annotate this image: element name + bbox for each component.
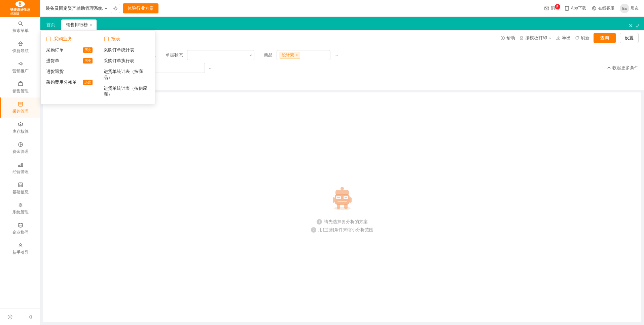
logo-icon: 6 [15,1,25,7]
dropdown-item-po-exec[interactable]: 采购订单执行表 [98,55,155,66]
print-btn[interactable]: 按模板打印 [519,35,552,41]
empty-illustration [325,180,359,213]
svg-point-16 [115,7,116,9]
finance-icon [17,141,24,148]
sidebar-item-base-info[interactable]: 基础信息 [0,178,40,198]
tabbar: 首页 销售排行榜 × ✕ ⤢ [40,17,644,30]
svg-point-13 [20,244,22,246]
purchase-col: 采购业务 采购订单 历史 进货单 历史 进货退货 采购费用分摊单 历史 [41,31,98,104]
sidebar-item-system[interactable]: 系统管理 [0,198,40,218]
sidebar-item-operations[interactable]: 经营管理 [0,158,40,178]
history-tag: 历史 [83,58,93,64]
system-title: 装备及固定资产辅助管理系统 [46,5,103,11]
sidebar-item-inventory[interactable]: 库存核算 [0,118,40,138]
tab-close-btn[interactable]: × [90,23,92,27]
history-tag: 历史 [83,47,93,53]
svg-rect-2 [19,44,22,46]
svg-rect-23 [521,39,522,39]
topbar-right: 消息 5 App下载 在线客服 Ea 用友 [544,4,639,13]
tab-close-all-btn[interactable]: ✕ [629,23,633,29]
inventory-icon [17,121,24,128]
sidebar-item-finance[interactable]: 资金管理 [0,138,40,158]
user-avatar[interactable]: Ea 用友 [620,4,639,13]
export-btn[interactable]: 导出 [556,35,571,41]
collapse-sidebar-btn[interactable] [25,312,35,322]
empty-tip-1: 1 请先选择要分析的方案 [317,219,368,225]
setting-btn[interactable]: 设置 [620,33,639,43]
query-btn[interactable]: 查询 [594,33,616,43]
goods-tag-close[interactable]: × [295,53,298,57]
svg-rect-7 [20,164,21,167]
dropdown-menu: 采购业务 采购订单 历史 进货单 历史 进货退货 采购费用分摊单 历史 报表 采… [40,30,155,104]
newbie-icon [17,242,24,249]
dropdown-item-purchase-order[interactable]: 采购订单 历史 [41,45,98,55]
svg-point-14 [9,316,11,318]
svg-point-21 [503,39,503,39]
sidebar-item-enterprise[interactable]: 企业协同 [0,218,40,239]
operations-icon [17,161,24,168]
doc-status-label: 单据状态 [166,52,183,58]
report-col: 报表 采购订单统计表 采购订单执行表 进货单统计表（按商品） 进货单统计表（按供… [98,31,155,104]
dropdown-item-purchase-fee[interactable]: 采购费用分摊单 历史 [41,77,98,88]
empty-state: 1 请先选择要分析的方案 2 用[过滤]条件来缩小分析范围 [43,92,641,322]
tab-sales-rank[interactable]: 销售排行榜 × [61,19,97,30]
tab-fullscreen-btn[interactable]: ⤢ [636,23,640,29]
svg-rect-30 [337,201,347,202]
settings-gear-btn[interactable] [111,4,120,13]
search-icon [17,20,24,27]
settings-bottom-btn[interactable] [5,312,15,322]
svg-rect-25 [335,194,350,205]
collapse-btn[interactable]: 收起更多条件 [607,65,639,71]
dropdown-item-goods-stat-by-goods[interactable]: 进货单统计表（按商品） [98,66,155,83]
dropdown-item-goods-return[interactable]: 进货退货 [41,66,98,77]
sales-icon [17,81,24,87]
base-info-icon [17,181,24,188]
sidebar-item-search[interactable]: 搜索菜单 [0,17,40,37]
sidebar-item-quick-nav[interactable]: 快捷导航 [0,37,40,57]
svg-point-18 [567,9,567,10]
megaphone-icon [17,60,24,67]
message-btn[interactable]: 消息 5 [544,5,559,11]
home-icon [17,40,24,47]
salesperson-more[interactable]: ··· [209,66,213,71]
history-tag: 历史 [83,80,93,85]
refresh-btn[interactable]: 刷新 [575,35,589,41]
avatar: Ea [620,4,629,13]
sidebar-bottom [0,309,40,325]
sidebar-item-purchase[interactable]: 采购管理 [0,97,40,118]
help-btn[interactable]: 帮助 [500,35,515,41]
purchase-icon [17,101,24,108]
tab-home[interactable]: 首页 [42,19,60,30]
enterprise-icon [17,222,24,229]
empty-tip-2: 2 用[过滤]条件来缩小分析范围 [311,227,373,233]
svg-rect-6 [19,165,20,167]
system-title-dropdown[interactable]: 装备及固定资产辅助管理系统 [46,5,108,11]
app-download-btn[interactable]: App下载 [564,5,586,11]
sidebar-item-marketing[interactable]: 营销推广 [0,57,40,77]
goods-more[interactable]: ··· [334,53,338,58]
svg-rect-29 [345,197,347,198]
svg-rect-3 [19,83,23,86]
dropdown-item-goods-in[interactable]: 进货单 历史 [41,55,98,66]
svg-rect-35 [337,204,340,209]
sidebar-item-newbie[interactable]: 新手引导 [0,239,40,259]
dropdown-item-goods-stat-by-supplier[interactable]: 进货单统计表（按供应商） [98,83,155,100]
svg-rect-31 [335,190,349,195]
svg-point-11 [20,204,22,206]
svg-rect-34 [350,197,352,203]
topbar: 装备及固定资产辅助管理系统 体验行业方案 消息 5 App下载 在线客服 [40,0,644,17]
goods-input[interactable]: 设计素 × [277,50,330,60]
svg-point-24 [334,207,351,210]
svg-rect-28 [337,197,340,198]
sidebar-item-sales[interactable]: 销售管理 [0,77,40,97]
industry-btn[interactable]: 体验行业方案 [123,3,158,13]
report-section-title: 报表 [98,35,155,45]
tabbar-right: ✕ ⤢ [629,23,644,30]
app-logo: 6 畅捷通好生意 标准版 [0,0,40,17]
doc-status-select[interactable] [187,50,254,60]
dropdown-item-po-stat[interactable]: 采购订单统计表 [98,45,155,55]
system-icon [17,202,24,208]
online-service-btn[interactable]: 在线客服 [592,5,614,11]
doc-status-select-wrap [187,50,254,60]
svg-point-32 [341,187,344,190]
